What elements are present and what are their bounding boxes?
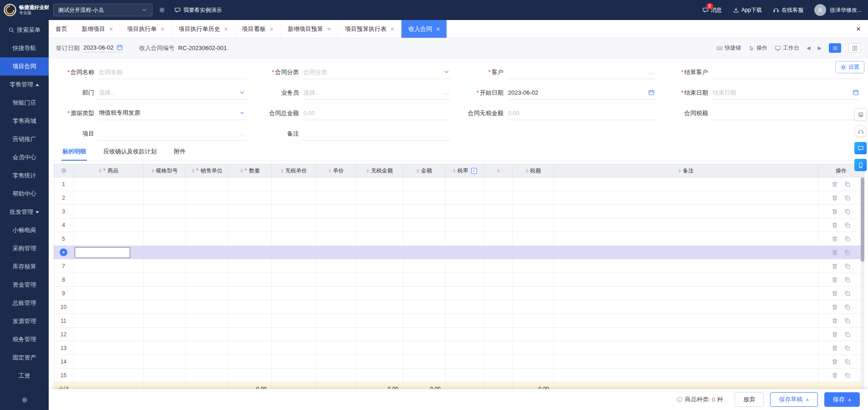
grid-cell[interactable] bbox=[272, 177, 316, 191]
shortcut-keys-button[interactable]: 快捷键 bbox=[716, 44, 741, 52]
grid-cell[interactable] bbox=[356, 218, 403, 232]
grid-cell[interactable] bbox=[272, 287, 316, 300]
grid-cell[interactable] bbox=[186, 341, 229, 354]
grid-cell[interactable] bbox=[403, 232, 446, 245]
grid-cell[interactable] bbox=[229, 314, 272, 327]
grid-cell[interactable] bbox=[403, 205, 446, 218]
grid-cell[interactable] bbox=[554, 369, 818, 382]
grid-cell[interactable] bbox=[513, 287, 554, 300]
sidebar-item[interactable]: 小畅电商 bbox=[0, 221, 49, 239]
column-header-amount[interactable]: 金额 bbox=[403, 164, 446, 177]
grid-cell[interactable] bbox=[513, 341, 554, 354]
field-input[interactable] bbox=[507, 69, 648, 76]
grid-cell[interactable] bbox=[513, 205, 554, 218]
detail-tab[interactable]: 标的明细 bbox=[61, 147, 87, 161]
copy-row-button[interactable] bbox=[844, 181, 851, 187]
grid-cell[interactable] bbox=[446, 218, 485, 232]
grid-cell[interactable] bbox=[74, 177, 144, 191]
grid-cell[interactable] bbox=[446, 205, 485, 218]
grid-cell[interactable] bbox=[229, 328, 272, 341]
grid-cell[interactable] bbox=[74, 369, 144, 382]
sidebar-item[interactable]: 税务管理 bbox=[0, 330, 49, 349]
grid-cell[interactable] bbox=[403, 341, 446, 354]
grid-cell[interactable] bbox=[316, 355, 356, 368]
grid-cell[interactable] bbox=[229, 300, 272, 314]
grid-cell[interactable] bbox=[272, 341, 316, 354]
calendar-icon[interactable] bbox=[117, 44, 123, 51]
grid-cell[interactable] bbox=[144, 246, 186, 259]
grid-cell[interactable] bbox=[186, 259, 229, 273]
sort-icon[interactable] bbox=[99, 169, 102, 173]
grid-cell[interactable] bbox=[186, 205, 229, 218]
online-service-button[interactable]: 在线客服 bbox=[773, 6, 803, 14]
grid-cell[interactable] bbox=[554, 232, 818, 245]
field-input[interactable] bbox=[303, 130, 451, 137]
grid-cell[interactable] bbox=[554, 191, 818, 204]
grid-cell[interactable] bbox=[316, 369, 356, 382]
ellipsis-icon[interactable]: ... bbox=[648, 69, 655, 75]
grid-cell[interactable] bbox=[272, 246, 316, 259]
close-tab-icon[interactable]: × bbox=[327, 26, 331, 32]
delete-row-button[interactable] bbox=[832, 345, 838, 351]
sidebar-item[interactable]: 搜索菜单 bbox=[0, 21, 49, 39]
copy-row-button[interactable] bbox=[844, 359, 851, 365]
demo-link[interactable]: 我要看实例演示 bbox=[174, 6, 222, 14]
copy-row-button[interactable] bbox=[844, 345, 851, 351]
grid-cell[interactable] bbox=[316, 259, 356, 273]
grid-cell[interactable] bbox=[229, 191, 272, 204]
sidebar-item[interactable]: 会员中心 bbox=[0, 148, 49, 167]
grid-cell[interactable] bbox=[485, 259, 513, 273]
grid-cell[interactable] bbox=[144, 177, 186, 191]
grid-cell[interactable] bbox=[144, 205, 186, 218]
grid-cell[interactable] bbox=[144, 259, 186, 273]
grid-cell[interactable] bbox=[356, 369, 403, 382]
sort-icon[interactable] bbox=[497, 169, 500, 173]
sidebar-item[interactable]: 库存核算 bbox=[0, 258, 49, 276]
grid-cell[interactable] bbox=[513, 246, 554, 259]
grid-cell[interactable] bbox=[316, 191, 356, 204]
grid-cell[interactable] bbox=[554, 300, 818, 314]
sidebar-item[interactable]: 快捷导航 bbox=[0, 39, 49, 57]
grid-cell[interactable] bbox=[513, 369, 554, 382]
grid-cell[interactable] bbox=[403, 218, 446, 232]
field-input[interactable] bbox=[98, 69, 246, 76]
field-input[interactable] bbox=[98, 110, 239, 116]
grid-cell[interactable] bbox=[272, 328, 316, 341]
sort-icon[interactable] bbox=[192, 169, 194, 173]
headset-float-button[interactable] bbox=[854, 125, 867, 137]
grid-cell[interactable] bbox=[74, 314, 144, 327]
next-record-button[interactable]: ▶ bbox=[818, 45, 822, 51]
save-draft-button[interactable]: 保存草稿∧ bbox=[770, 392, 817, 407]
copy-row-button[interactable] bbox=[844, 208, 851, 215]
grid-cell[interactable] bbox=[316, 246, 356, 259]
grid-cell[interactable] bbox=[316, 328, 356, 341]
delete-row-button[interactable] bbox=[832, 208, 838, 215]
grid-cell[interactable] bbox=[74, 273, 144, 286]
tab[interactable]: 首页 bbox=[49, 20, 75, 38]
tab[interactable]: 项目执行单历史× bbox=[172, 20, 235, 38]
close-icon[interactable]: × bbox=[849, 25, 868, 34]
grid-cell[interactable] bbox=[186, 177, 229, 191]
grid-cell[interactable] bbox=[316, 218, 356, 232]
save-button[interactable]: 保存∧ bbox=[824, 392, 860, 407]
grid-cell[interactable] bbox=[316, 314, 356, 327]
grid-cell[interactable] bbox=[144, 232, 186, 245]
grid-cell[interactable] bbox=[186, 191, 229, 204]
grid-cell[interactable] bbox=[186, 273, 229, 286]
grid-cell[interactable] bbox=[229, 273, 272, 286]
grid-cell[interactable] bbox=[74, 205, 144, 218]
workbench-button[interactable]: 工作台 bbox=[775, 44, 799, 52]
delete-row-button[interactable] bbox=[832, 195, 838, 201]
column-header-product[interactable]: *商品 bbox=[74, 164, 144, 177]
delete-row-button[interactable] bbox=[832, 263, 838, 269]
sidebar-item[interactable]: 采购管理 bbox=[0, 239, 49, 258]
grid-cell[interactable] bbox=[446, 355, 485, 368]
copy-row-button[interactable] bbox=[844, 249, 851, 256]
grid-cell[interactable] bbox=[229, 246, 272, 259]
copy-row-button[interactable] bbox=[844, 331, 851, 338]
grid-cell[interactable] bbox=[446, 369, 485, 382]
column-header-remark[interactable]: 备注 bbox=[554, 164, 818, 177]
chat-float-button[interactable] bbox=[854, 142, 867, 154]
sort-icon[interactable] bbox=[416, 169, 419, 173]
field-input[interactable] bbox=[98, 130, 239, 137]
